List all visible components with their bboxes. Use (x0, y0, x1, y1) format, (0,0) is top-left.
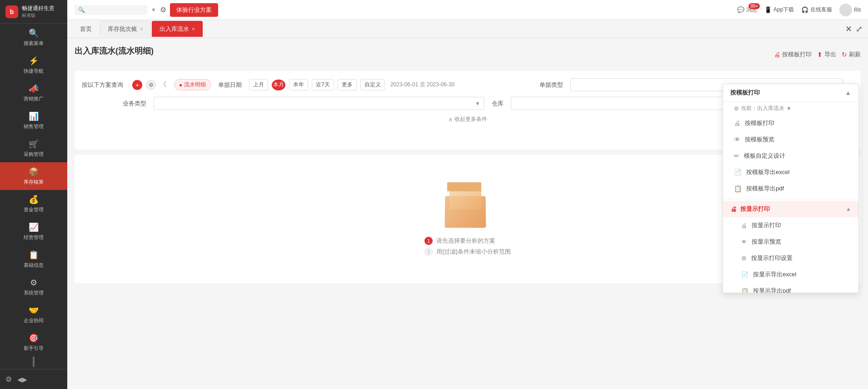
topbar-online-service-button[interactable]: 🎧 在线客服 (801, 6, 832, 14)
topbar-search-icon: 🔍 (78, 7, 85, 13)
username-label: Rit (854, 7, 861, 13)
filter-settings-icon[interactable]: ⚙ (146, 80, 156, 90)
date-more-button[interactable]: 更多 (338, 79, 357, 90)
topbar-message-button[interactable]: 💬 消息 99+ (737, 6, 757, 14)
topbar-app-download-button[interactable]: 📱 App下载 (764, 6, 794, 14)
refresh-button[interactable]: ↻ 刷新 (842, 50, 861, 59)
dropdown-item-display-settings[interactable]: ⚙ 按显示打印设置 (723, 250, 858, 266)
collab-icon: 🤝 (29, 305, 39, 315)
sidebar-item-purchase[interactable]: 🛒 采购管理 (0, 135, 67, 162)
tab-inventory-batch[interactable]: 库存批次账 × (100, 21, 151, 37)
sidebar-item-finance[interactable]: 💰 资金管理 (0, 190, 67, 218)
tab-inventory-batch-close[interactable]: × (140, 26, 143, 32)
filter-label: 按以下方案查询 (82, 81, 123, 89)
display-settings-icon: ⚙ (741, 255, 747, 262)
tab-inventory-flow-close[interactable]: × (192, 26, 195, 32)
message-bell-icon: 💬 (737, 6, 744, 13)
tip-num-1: 1 (424, 237, 433, 245)
dropdown-display-group[interactable]: 🖨 按显示打印 ▲ (723, 201, 858, 217)
expand-icon[interactable]: ⤢ (856, 24, 863, 34)
tip-item-2: 2 用[过滤]条件来缩小分析范围 (424, 248, 510, 256)
page-header: 出入库流水(流水明细) 🖨 按模板打印 ⬆ 导出 ↻ 刷新 (75, 45, 861, 64)
search-icon: 🔍 (29, 28, 39, 38)
dropdown-item-display-print[interactable]: 🖨 按显示打印 (723, 217, 858, 234)
display-group-collapse-icon: ▲ (846, 206, 851, 212)
template-preview-icon: 👁 (734, 136, 740, 143)
operations-icon: 📈 (29, 222, 39, 232)
inventory-icon: 📦 (29, 167, 39, 177)
business-type-section: 业务类型 ▼ (123, 97, 484, 110)
headset-icon: 🎧 (801, 6, 808, 13)
date-year-button[interactable]: 本年 (289, 79, 308, 90)
sidebar-item-collab[interactable]: 🤝 企业协同 (0, 301, 67, 329)
dropdown-item-display-excel[interactable]: 📄 按显示导出excel (723, 266, 858, 283)
sales-icon: 📊 (29, 111, 39, 121)
dropdown-item-template-design[interactable]: ✏ 模板自定义设计 (723, 148, 858, 164)
industry-solution-button[interactable]: 体验行业方案 (170, 3, 218, 17)
topbar: 🔍 ▼ ⚙ 体验行业方案 💬 消息 99+ 📱 App下载 🎧 (67, 0, 868, 20)
empty-illustration (440, 182, 495, 228)
tab-inventory-flow[interactable]: 出入库流水 × (152, 21, 203, 37)
date-filter: 上月 本月 本年 近7天 更多 自定义 (249, 79, 385, 90)
page-title: 出入库流水(流水明细) (75, 45, 154, 56)
template-excel-icon: 📄 (734, 169, 742, 176)
dropdown-item-display-pdf[interactable]: 📋 按显示导出pdf (723, 283, 858, 293)
type-filter-label: 单据类型 (539, 81, 563, 89)
sidebar-item-system[interactable]: ⚙ 系统管理 (0, 273, 67, 301)
template-design-icon: ✏ (734, 152, 739, 160)
sidebar-settings-icon[interactable]: ⚙ (5, 375, 12, 384)
business-type-select[interactable]: ▼ (154, 97, 484, 110)
date-prev-month-button[interactable]: 上月 (249, 79, 268, 90)
topbar-search-input[interactable] (88, 7, 133, 13)
filter-chip[interactable]: ● 流水明细 (174, 79, 211, 90)
purchase-icon: 🛒 (29, 139, 39, 149)
sidebar-item-marketing[interactable]: 📣 营销推广 (0, 79, 67, 107)
scrollbar-thumb (33, 356, 35, 367)
sidebar-item-basic-info[interactable]: 📋 基础信息 (0, 245, 67, 273)
topbar-gear-icon[interactable]: ⚙ (160, 5, 166, 14)
finance-icon: 💰 (29, 194, 39, 204)
dropdown-item-display-preview[interactable]: 👁 按显示预览 (723, 234, 858, 250)
sidebar-item-inventory[interactable]: 📦 库存核算 (0, 162, 67, 190)
topbar-user-profile[interactable]: Rit (839, 4, 861, 16)
sidebar-item-guide[interactable]: 🎯 新手引导 (0, 329, 67, 354)
sidebar-item-sales[interactable]: 📊 销售管理 (0, 107, 67, 135)
topbar-dropdown-icon[interactable]: ▼ (151, 7, 156, 13)
business-type-label: 业务类型 (123, 100, 146, 108)
warehouse-label: 仓库 (492, 100, 504, 108)
dropdown-item-template-print[interactable]: 🖨 按模板打印 (723, 115, 858, 131)
message-badge: 99+ (748, 3, 760, 9)
date-filter-section: 单据日期 上月 本月 本年 近7天 更多 自定义 2023-06-01 至 20… (218, 79, 532, 90)
empty-tips: 1 请先选择要分析的方案 2 用[过滤]条件来缩小分析范围 (424, 237, 510, 256)
display-preview-icon: 👁 (741, 239, 747, 245)
display-group-icon: 🖨 (730, 205, 737, 213)
date-custom-button[interactable]: 自定义 (360, 79, 385, 90)
sidebar-item-quick-nav[interactable]: ⚡ 快捷导航 (0, 51, 67, 79)
sidebar-collapse-icon[interactable]: ◀▶ (17, 376, 27, 383)
print-template-button[interactable]: 🖨 按模板打印 (774, 50, 812, 59)
date-week-button[interactable]: 近7天 (312, 79, 334, 90)
filter-collapse-icon[interactable]: 《 (160, 80, 167, 90)
close-all-tabs-icon[interactable]: ✕ (845, 24, 852, 34)
export-button[interactable]: ⬆ 导出 (817, 50, 836, 59)
sidebar-scroll-indicator (0, 354, 67, 369)
dropdown-header-collapse-icon[interactable]: ▲ (845, 89, 851, 96)
current-arrow-icon: ▼ (786, 105, 792, 112)
template-print-icon: 🖨 (734, 120, 740, 127)
dropdown-item-template-preview[interactable]: 👁 按模板预览 (723, 131, 858, 148)
system-icon: ⚙ (30, 278, 37, 288)
display-print-icon: 🖨 (741, 222, 747, 229)
tab-home[interactable]: 首页 (73, 21, 99, 37)
sidebar-item-operations[interactable]: 📈 经营管理 (0, 218, 67, 245)
display-pdf-icon: 📋 (741, 288, 748, 293)
display-excel-icon: 📄 (741, 271, 748, 278)
collapse-conditions-button[interactable]: ∧ 收起更多条件 (449, 115, 487, 123)
date-current-month-button[interactable]: 本月 (272, 80, 285, 90)
sidebar-item-search[interactable]: 🔍 搜索菜单 (0, 24, 67, 51)
dropdown-item-template-pdf[interactable]: 📋 按模板导出pdf (723, 180, 858, 197)
tabs-bar: 首页 库存批次账 × 出入库流水 × ✕ ⤢ (67, 20, 868, 38)
tip-item-1: 1 请先选择要分析的方案 (424, 237, 510, 245)
dropdown-item-template-excel[interactable]: 📄 按模板导出excel (723, 164, 858, 180)
filter-add-button[interactable]: + (132, 80, 142, 90)
sidebar: b 畅捷通好生意 标准版 🔍 搜索菜单 ⚡ 快捷导航 📣 营销推广 📊 销售管理 (0, 0, 67, 389)
